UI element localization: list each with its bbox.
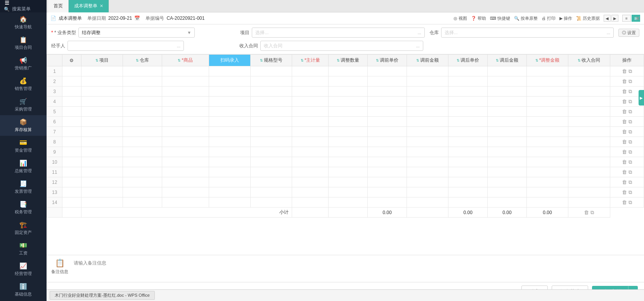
delete-icon[interactable]: 🗑 [622,129,627,135]
col-scan[interactable]: 扫码录入 [209,55,250,66]
row-scan[interactable] [209,97,250,107]
row-qty[interactable] [329,137,368,147]
row-adjust-amount[interactable] [526,167,568,177]
row-unit[interactable] [292,86,329,97]
col-product[interactable]: ⇅*商品 [162,55,209,66]
row-spec[interactable] [251,76,292,86]
row-income[interactable] [568,147,610,157]
delete-icon[interactable]: 🗑 [622,169,627,175]
row-unit[interactable] [292,97,329,107]
row-income[interactable] [568,107,610,117]
row-project[interactable] [81,177,123,187]
row-after-amount[interactable] [488,117,527,127]
row-spec[interactable] [251,197,292,208]
row-unit[interactable] [292,107,329,117]
row-adjust-amount[interactable] [526,177,568,187]
row-spec[interactable] [251,147,292,157]
row-warehouse[interactable] [123,187,162,197]
row-after-price[interactable] [448,177,488,187]
col-after-amount[interactable]: ⇅调后金额 [488,55,527,66]
print-btn[interactable]: 🖨 打印 [542,16,556,21]
row-qty[interactable] [329,127,368,137]
row-unit[interactable] [292,167,329,177]
row-income[interactable] [568,157,610,167]
row-warehouse[interactable] [123,97,162,107]
row-income[interactable] [568,117,610,127]
sidebar-item-operations[interactable]: 📈 经营管理 [0,259,47,280]
col-adjust-amount[interactable]: ⇅*调整金额 [526,55,568,66]
row-spec[interactable] [251,157,292,167]
row-before-price[interactable] [368,137,407,147]
row-income[interactable] [568,167,610,177]
row-unit[interactable] [292,127,329,137]
row-adjust-amount[interactable] [526,107,568,117]
copy-icon[interactable]: ⧉ [628,119,632,125]
row-before-amount[interactable] [407,127,448,137]
row-project[interactable] [81,187,123,197]
row-income[interactable] [568,127,610,137]
row-before-price[interactable] [368,97,407,107]
row-before-amount[interactable] [407,177,448,187]
row-warehouse[interactable] [123,147,162,157]
row-before-price[interactable] [368,86,407,97]
row-spec[interactable] [251,177,292,187]
row-scan[interactable] [209,147,250,157]
col-project[interactable]: ⇅项目 [81,55,123,66]
row-before-price[interactable] [368,167,407,177]
row-after-amount[interactable] [488,157,527,167]
row-income[interactable] [568,76,610,86]
row-before-amount[interactable] [407,157,448,167]
business-type-input[interactable]: 结存调整 ▼ [78,28,195,38]
row-spec[interactable] [251,66,292,76]
row-scan[interactable] [209,177,250,187]
row-adjust-amount[interactable] [526,86,568,97]
row-before-amount[interactable] [407,137,448,147]
row-qty[interactable] [329,86,368,97]
delete-icon[interactable]: 🗑 [622,68,627,74]
row-income[interactable] [568,177,610,187]
row-after-price[interactable] [448,167,488,177]
row-after-amount[interactable] [488,177,527,187]
col-spec[interactable]: ⇅规格型号 [251,55,292,66]
row-product[interactable] [162,197,209,208]
col-warehouse[interactable]: ⇅仓库 [123,55,162,66]
row-after-price[interactable] [448,86,488,97]
delete-icon[interactable]: 🗑 [622,179,627,185]
row-product[interactable] [162,187,209,197]
row-scan[interactable] [209,157,250,167]
row-scan[interactable] [209,76,250,86]
col-before-amount[interactable]: ⇅调前金额 [407,55,448,66]
row-spec[interactable] [251,127,292,137]
row-product[interactable] [162,97,209,107]
history-btn[interactable]: 📜 历史票据 [576,16,600,21]
row-product[interactable] [162,137,209,147]
row-qty[interactable] [329,97,368,107]
nav-prev-btn[interactable]: ◀ [604,15,611,22]
row-adjust-amount[interactable] [526,76,568,86]
row-after-amount[interactable] [488,76,527,86]
row-project[interactable] [81,76,123,86]
copy-icon[interactable]: ⧉ [628,149,632,155]
row-unit[interactable] [292,197,329,208]
row-before-amount[interactable] [407,66,448,76]
row-adjust-amount[interactable] [526,157,568,167]
row-warehouse[interactable] [123,167,162,177]
row-warehouse[interactable] [123,177,162,187]
row-unit[interactable] [292,187,329,197]
col-unit[interactable]: ⇅*主计量 [292,55,329,66]
row-product[interactable] [162,147,209,157]
row-spec[interactable] [251,137,292,147]
row-after-price[interactable] [448,117,488,127]
sidebar-item-marketing[interactable]: 📢 营销推广 [0,54,47,74]
copy-icon[interactable]: ⧉ [628,99,632,105]
memo-input[interactable] [72,258,639,272]
search-menu[interactable]: 🔍 搜索菜单 [0,6,47,12]
view-btn[interactable]: ◎ 视图 [454,16,467,21]
copy-icon[interactable]: ⧉ [628,179,632,185]
copy-icon[interactable]: ⧉ [628,199,632,206]
row-before-amount[interactable] [407,117,448,127]
row-qty[interactable] [329,147,368,157]
row-after-price[interactable] [448,187,488,197]
row-product[interactable] [162,117,209,127]
row-product[interactable] [162,127,209,137]
